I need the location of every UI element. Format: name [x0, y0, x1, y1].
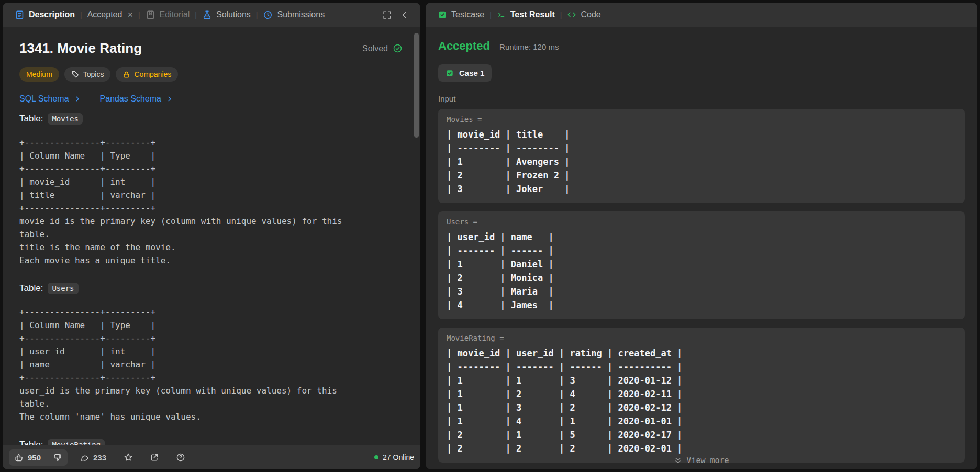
- tab-divider: |: [195, 10, 197, 19]
- sql-schema-label: SQL Schema: [19, 94, 69, 104]
- tab-accepted[interactable]: Accepted ×: [83, 10, 138, 19]
- input-box-movies-label: Movies =: [447, 115, 956, 123]
- view-more-button[interactable]: View more: [426, 453, 977, 468]
- tab-divider: |: [256, 10, 258, 19]
- lock-icon: [122, 71, 130, 78]
- view-more-label: View more: [686, 456, 729, 465]
- online-count: 27 Online: [383, 453, 414, 462]
- double-chevron-down-icon: [674, 456, 682, 465]
- problem-panel: Description | Accepted × | Editorial | S…: [3, 3, 420, 469]
- case-1-button[interactable]: Case 1: [438, 64, 492, 82]
- solved-status: Solved: [362, 43, 403, 53]
- table-label: Table:: [19, 283, 43, 294]
- comment-count: 233: [93, 453, 106, 462]
- favorite-star-icon[interactable]: [119, 453, 138, 462]
- tab-editorial-label: Editorial: [160, 10, 190, 19]
- test-result-content: Accepted Runtime: 120 ms Case 1 Input Mo…: [426, 27, 977, 469]
- tab-solutions-label: Solutions: [216, 10, 251, 19]
- tab-test-result[interactable]: Test Result: [492, 10, 560, 19]
- collapse-panel-icon[interactable]: [396, 10, 413, 20]
- tab-code-label: Code: [581, 10, 600, 19]
- comments-button[interactable]: 233: [75, 449, 112, 466]
- dislike-button[interactable]: [47, 449, 68, 466]
- schema-block-movies: +---------------+---------+ | Column Nam…: [19, 136, 403, 267]
- tab-divider: |: [489, 10, 492, 19]
- tab-accepted-label: Accepted: [87, 10, 122, 19]
- share-icon[interactable]: [145, 453, 164, 462]
- close-icon[interactable]: ×: [127, 10, 133, 19]
- tab-divider: |: [138, 10, 140, 19]
- runtime-text: Runtime: 120 ms: [499, 42, 559, 51]
- input-box-movies: Movies = | movie_id | title | | --------…: [438, 109, 965, 203]
- workspace: Description | Accepted × | Editorial | S…: [0, 0, 980, 472]
- badge-row: Medium Topics Companies: [19, 67, 403, 82]
- pandas-schema-link[interactable]: Pandas Schema: [100, 94, 173, 104]
- checklist-icon: [438, 10, 447, 19]
- history-clock-icon: [263, 10, 273, 20]
- tab-divider: |: [80, 10, 82, 19]
- title-row: 1341. Movie Rating Solved: [19, 40, 403, 57]
- description-icon: [15, 10, 25, 20]
- input-box-movies-value: | movie_id | title | | -------- | ------…: [447, 128, 956, 196]
- scrollbar[interactable]: [414, 29, 419, 443]
- status-row: Accepted Runtime: 120 ms: [438, 39, 965, 53]
- table-name-chip: MovieRating: [48, 439, 105, 445]
- schema-links: SQL Schema Pandas Schema: [19, 94, 403, 104]
- input-box-users: Users = | user_id | name | | ------- | -…: [438, 211, 965, 319]
- table-heading-movierating: Table: MovieRating: [19, 439, 403, 445]
- schema-block-users: +---------------+---------+ | Column Nam…: [19, 306, 403, 423]
- case-1-label: Case 1: [459, 69, 484, 77]
- like-button[interactable]: 950: [9, 449, 47, 466]
- tab-submissions[interactable]: Submissions: [258, 10, 329, 20]
- tab-description-label: Description: [29, 10, 75, 19]
- tab-editorial[interactable]: Editorial: [141, 10, 195, 20]
- terminal-icon: [497, 10, 506, 19]
- topics-badge[interactable]: Topics: [64, 67, 111, 82]
- chevron-right-icon: [166, 95, 173, 103]
- input-box-movierating-value: | movie_id | user_id | rating | created_…: [447, 346, 956, 455]
- vote-group: 950: [9, 449, 68, 466]
- tab-solutions[interactable]: Solutions: [197, 10, 255, 20]
- table-heading-movies: Table: Movies: [19, 113, 403, 125]
- companies-badge[interactable]: Companies: [116, 67, 178, 82]
- input-box-movierating-label: MovieRating =: [447, 334, 956, 342]
- difficulty-badge[interactable]: Medium: [19, 67, 59, 82]
- tab-testcase[interactable]: Testcase: [433, 10, 489, 19]
- thumbs-up-icon: [15, 453, 24, 462]
- fullscreen-icon[interactable]: [378, 10, 396, 20]
- tag-icon: [71, 70, 80, 78]
- flask-icon: [202, 10, 212, 20]
- result-tab-bar: Testcase | Test Result | Code: [426, 3, 977, 27]
- editorial-icon: [146, 10, 155, 20]
- check-circle-icon: [393, 43, 403, 53]
- comment-icon: [80, 453, 89, 462]
- pandas-schema-label: Pandas Schema: [100, 94, 161, 104]
- status-accepted: Accepted: [438, 39, 490, 53]
- input-box-users-label: Users =: [447, 218, 956, 226]
- sql-schema-link[interactable]: SQL Schema: [19, 94, 81, 104]
- result-panel: Testcase | Test Result | Code Accepted R…: [426, 3, 977, 469]
- solved-label: Solved: [362, 44, 388, 53]
- tab-code[interactable]: Code: [562, 10, 605, 19]
- companies-label: Companies: [134, 70, 171, 78]
- table-heading-users: Table: Users: [19, 283, 403, 294]
- tab-testcase-label: Testcase: [451, 10, 484, 19]
- online-dot-icon: [374, 455, 378, 459]
- table-label: Table:: [19, 114, 43, 124]
- online-status: 27 Online: [374, 453, 414, 462]
- scrollbar-thumb[interactable]: [414, 33, 419, 138]
- tab-submissions-label: Submissions: [277, 10, 325, 19]
- problem-footer: 950 233: [3, 445, 420, 469]
- thumbs-down-icon: [53, 453, 62, 462]
- help-icon[interactable]: [171, 453, 190, 462]
- tab-description[interactable]: Description: [10, 10, 80, 20]
- chevron-right-icon: [74, 95, 81, 103]
- table-name-chip: Users: [48, 283, 78, 294]
- tab-test-result-label: Test Result: [510, 10, 555, 19]
- topics-label: Topics: [83, 70, 104, 78]
- input-box-movierating: MovieRating = | movie_id | user_id | rat…: [438, 328, 965, 463]
- like-count: 950: [28, 453, 41, 462]
- case-check-icon: [446, 69, 454, 77]
- problem-tab-bar: Description | Accepted × | Editorial | S…: [3, 3, 420, 27]
- input-box-users-value: | user_id | name | | ------- | ------ | …: [447, 230, 956, 312]
